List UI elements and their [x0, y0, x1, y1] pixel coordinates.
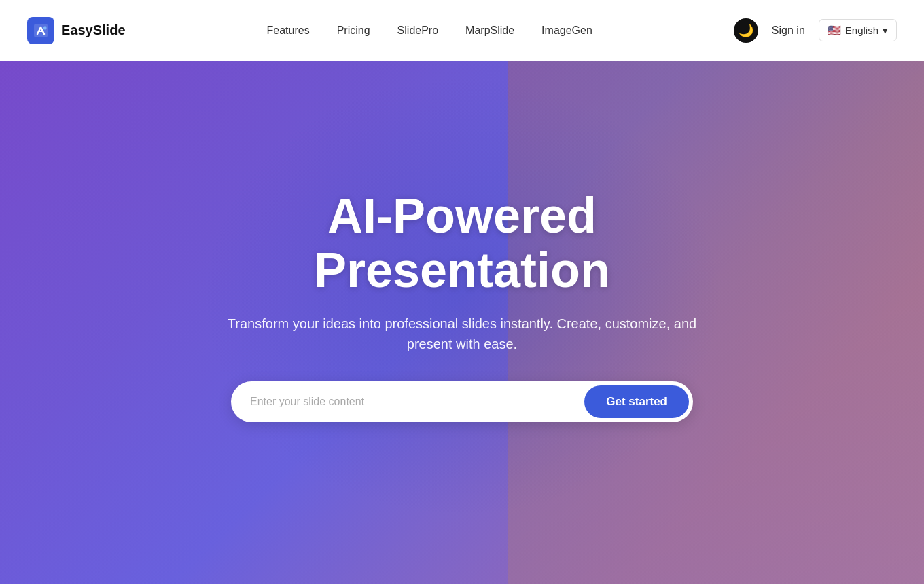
hero-title-line2: Presentation [314, 243, 610, 297]
hero-title-line1: AI-Powered [327, 188, 597, 243]
flag-icon: 🇺🇸 [828, 24, 841, 37]
dark-mode-toggle[interactable]: 🌙 [734, 18, 758, 43]
navbar-nav: Features Pricing SlidePro MarpSlide Imag… [267, 24, 592, 37]
nav-marpslide[interactable]: MarpSlide [465, 24, 514, 37]
nav-features[interactable]: Features [267, 24, 310, 37]
sign-in-link[interactable]: Sign in [772, 24, 805, 37]
get-started-button[interactable]: Get started [584, 385, 689, 418]
hero-section: AI-Powered Presentation Transform your i… [0, 0, 924, 584]
nav-imagegen[interactable]: ImageGen [541, 24, 592, 37]
language-selector[interactable]: 🇺🇸 English ▾ [819, 19, 897, 41]
hero-cta-container: Get started [231, 381, 693, 422]
chevron-down-icon: ▾ [883, 24, 888, 37]
navbar: EasySlide Features Pricing SlidePro Marp… [0, 0, 924, 61]
svg-point-1 [43, 26, 47, 29]
moon-icon: 🌙 [739, 23, 753, 38]
slide-content-input[interactable] [250, 390, 584, 413]
hero-content: AI-Powered Presentation Transform your i… [224, 189, 700, 422]
nav-pricing[interactable]: Pricing [337, 24, 370, 37]
navbar-right-group: 🌙 Sign in 🇺🇸 English ▾ [734, 18, 897, 43]
logo-text: EasySlide [61, 22, 126, 38]
language-label: English [845, 24, 878, 36]
hero-title: AI-Powered Presentation [224, 189, 700, 296]
logo-icon [27, 17, 54, 44]
hero-subtitle: Transform your ideas into professional s… [224, 313, 700, 354]
nav-slidepro[interactable]: SlidePro [397, 24, 438, 37]
navbar-logo-group: EasySlide [27, 17, 126, 44]
